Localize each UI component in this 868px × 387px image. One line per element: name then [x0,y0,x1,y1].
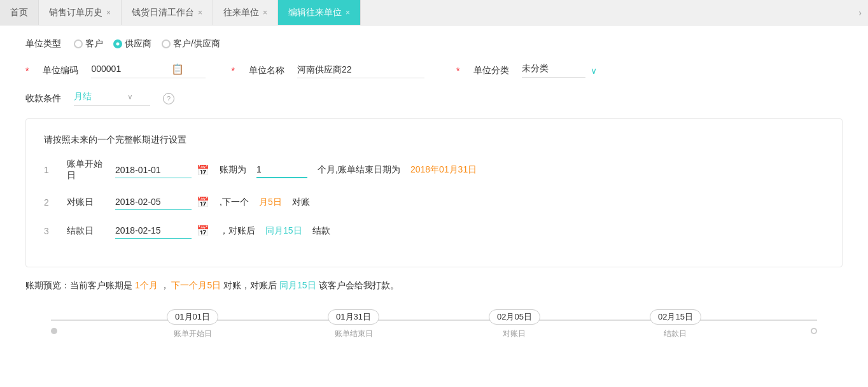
payment-dropdown[interactable]: 月结 ∨ [74,91,150,106]
unit-code-label: 单位编码 [43,65,78,76]
preview-highlight3: 同月15日 [279,280,316,290]
timeline-node-2: 01月31日 [328,309,379,325]
timeline: 01月01日 账单开始日 01月31日 账单结束日 02月05日 对账日 02月… [25,309,843,339]
period-row-1: 1 账单开始日 📅 账期为 个月,账单结束日期为 2018年01月31日 [44,158,824,181]
tab-close-edit-partner[interactable]: × [346,9,350,17]
unit-type-radio-group: 客户 供应商 客户/供应商 [74,38,220,50]
radio-customer-supplier[interactable]: 客户/供应商 [162,38,220,50]
timeline-node-3: 02月05日 [489,309,540,325]
period-suffix-1b: 个月,账单结束日期为 [318,164,400,176]
unit-code-wrap: 📋 [91,63,206,78]
period-label-3: 结款日 [67,225,105,237]
tab-close-cash[interactable]: × [198,9,202,17]
period-cal-2[interactable]: 📅 [197,196,209,208]
unit-name-input[interactable] [297,62,424,78]
tab-close-sales[interactable]: × [106,9,111,17]
period-suffix-2b: 对账 [292,197,310,208]
period-date-2-input[interactable] [115,194,192,210]
period-end-date-1: 2018年01月31日 [410,164,477,176]
radio-customer[interactable]: 客户 [74,38,103,50]
timeline-point-2: 01月31日 账单结束日 [328,309,379,339]
main-content: 单位类型 客户 供应商 客户/供应商 * 单位编码 📋 * 单位名称 * [0,25,868,387]
period-settings-box: 请按照未来的一个完整帐期进行设置 1 账单开始日 📅 账期为 个月,账单结束日期… [25,118,843,267]
radio-circle-customer [74,39,83,48]
period-num-2: 2 [44,197,57,208]
required-star-name: * [231,66,234,76]
preview-mid1: ， [160,280,169,290]
preview-text: 账期预览：当前客户账期是 1个月 ， 下一个月5日 对账，对账后 同月15日 该… [25,280,843,292]
radio-label-customer-supplier: 客户/供应商 [173,38,220,50]
preview-highlight2: 下一个月5日 [171,280,221,290]
unit-info-row: * 单位编码 📋 * 单位名称 * 单位分类 未分类 ∨ [25,62,843,78]
months-input[interactable] [256,162,307,178]
period-highlight-3: 同月15日 [265,225,302,237]
required-star-cat: * [456,66,459,76]
period-num-1: 1 [44,165,57,175]
unit-code-icon[interactable]: 📋 [171,63,184,75]
preview-mid2: 对账，对账后 [223,280,277,290]
timeline-label-1: 账单开始日 [174,328,212,339]
radio-circle-supplier [113,39,122,48]
category-wrap: 未分类 ∨ [522,63,597,78]
timeline-node-1: 01月01日 [167,309,218,325]
period-label-1: 账单开始日 [67,158,105,181]
period-row-3: 3 结款日 📅 ，对账后 同月15日 结款 [44,223,824,239]
timeline-points: 01月01日 账单开始日 01月31日 账单结束日 02月05日 对账日 02月… [51,309,817,339]
period-num-3: 3 [44,226,57,236]
period-suffix-3b: 结款 [312,225,330,237]
radio-supplier[interactable]: 供应商 [113,38,151,50]
payment-arrow: ∨ [127,92,133,101]
period-date-3-input[interactable] [115,223,192,239]
tab-bar: 首页 销售订单历史 × 钱货日清工作台 × 往来单位 × 编辑往来单位 × › [0,0,868,25]
unit-name-label: 单位名称 [249,65,284,76]
category-dropdown-arrow[interactable]: ∨ [591,66,597,76]
period-date-2-wrap: 📅 [115,194,209,210]
timeline-label-3: 对账日 [503,328,526,339]
period-cal-1[interactable]: 📅 [197,164,209,176]
radio-label-supplier: 供应商 [125,38,151,50]
period-title: 请按照未来的一个完整帐期进行设置 [44,134,824,146]
payment-selected: 月结 [74,91,125,102]
preview-highlight1: 1个月 [135,280,158,290]
required-star-code: * [25,66,29,76]
tab-more-button[interactable]: › [852,0,868,25]
period-cal-3[interactable]: 📅 [197,225,209,237]
unit-type-label: 单位类型 [25,38,61,50]
radio-circle-customer-supplier [162,39,171,48]
tab-close-partner[interactable]: × [263,9,267,17]
timeline-point-4: 02月15日 结款日 [650,309,701,339]
payment-help-icon[interactable]: ? [163,93,174,104]
period-highlight-2: 月5日 [259,197,282,208]
period-label-2: 对账日 [67,197,105,208]
tab-edit-partner[interactable]: 编辑往来单位 × [278,0,361,25]
radio-label-customer: 客户 [85,38,103,50]
preview-suffix: 该客户会给我打款。 [319,280,399,290]
period-date-1-wrap: 📅 [115,162,209,178]
timeline-point-3: 02月05日 对账日 [489,309,540,339]
period-suffix-3a: ，对账后 [220,225,255,237]
period-suffix-1a: 账期为 [220,164,246,176]
category-value: 未分类 [522,63,585,78]
payment-label: 收款条件 [25,93,61,104]
payment-row: 收款条件 月结 ∨ ? [25,91,843,106]
unit-category-label: 单位分类 [473,65,509,76]
tab-partner[interactable]: 往来单位 × [213,0,278,25]
period-date-3-wrap: 📅 [115,223,209,239]
timeline-label-2: 账单结束日 [335,328,373,339]
unit-type-row: 单位类型 客户 供应商 客户/供应商 [25,38,843,50]
tab-cash-workbench[interactable]: 钱货日清工作台 × [122,0,213,25]
period-row-2: 2 对账日 📅 ,下一个 月5日 对账 [44,194,824,210]
tab-sales-history[interactable]: 销售订单历史 × [39,0,122,25]
tab-home[interactable]: 首页 [0,0,39,25]
timeline-node-4: 02月15日 [650,309,701,325]
period-suffix-2a: ,下一个 [220,197,249,208]
period-date-1-input[interactable] [115,162,192,178]
timeline-label-4: 结款日 [664,328,687,339]
unit-code-input[interactable] [91,64,167,74]
timeline-point-1: 01月01日 账单开始日 [167,309,218,339]
preview-prefix: 账期预览：当前客户账期是 [25,280,132,290]
